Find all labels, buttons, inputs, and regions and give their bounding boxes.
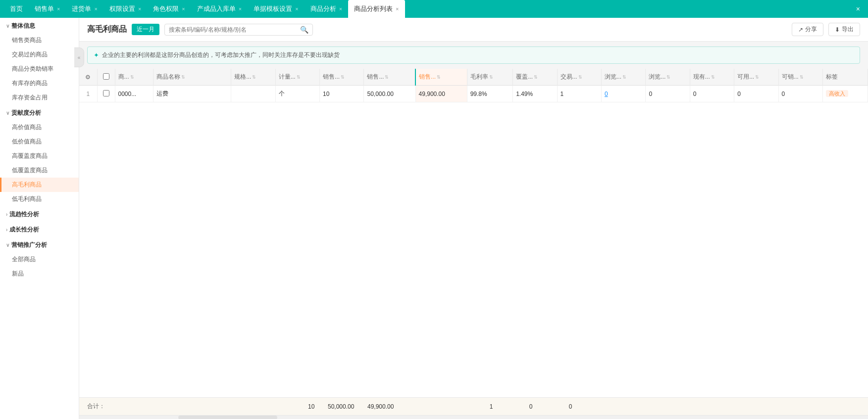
scrollbar-thumb[interactable] bbox=[178, 416, 277, 419]
product-name-cell: 运费 bbox=[153, 86, 231, 102]
col-gross-margin-header[interactable]: 毛利率 ⇅ bbox=[467, 69, 513, 86]
nav-product-analysis-list[interactable]: 商品分析列表 × bbox=[348, 0, 405, 18]
sidebar-item-new-products[interactable]: 新品 bbox=[0, 267, 79, 281]
col-sales-profit-header[interactable]: 销售... ⇅ bbox=[415, 69, 467, 86]
col-current-stock-header[interactable]: 现有... ⇅ bbox=[690, 69, 734, 86]
expand-contribution-icon: ∨ bbox=[6, 110, 9, 116]
col-checkbox-header[interactable] bbox=[97, 69, 115, 86]
nav-template-settings[interactable]: 单据模板设置 × bbox=[248, 0, 304, 18]
search-box[interactable]: 🔍 bbox=[164, 24, 313, 36]
row-checkbox-cell[interactable] bbox=[97, 86, 115, 102]
sidebar-item-low-margin[interactable]: 低毛利商品 bbox=[0, 192, 79, 206]
search-icon[interactable]: 🔍 bbox=[300, 26, 308, 34]
sidebar-item-in-stock-products[interactable]: 有库存的商品 bbox=[0, 76, 79, 91]
nav-sales-order[interactable]: 销售单 × bbox=[29, 0, 66, 18]
tag-cell: 高收入 bbox=[823, 86, 868, 102]
col-unit-header[interactable]: 计量... ⇅ bbox=[275, 69, 319, 86]
sort-unit-icon: ⇅ bbox=[297, 75, 301, 80]
nav-product-analysis[interactable]: 商品分析 × bbox=[305, 0, 348, 18]
col-browse1-header[interactable]: 浏览... ⇅ bbox=[601, 69, 645, 86]
content-area: 高毛利商品 近一月 🔍 ↗ 分享 ⬇ 导出 ✦ 企业的主要的利润都是这部分商品创… bbox=[79, 18, 868, 419]
sidebar-group-marketing[interactable]: ∨ 营销推广分析 bbox=[0, 237, 79, 252]
col-available-header[interactable]: 可用... ⇅ bbox=[734, 69, 778, 86]
nav-purchase-order[interactable]: 进货单 × bbox=[66, 0, 103, 18]
coverage-cell: 1.49% bbox=[513, 86, 557, 102]
close-permissions[interactable]: × bbox=[138, 6, 141, 12]
sort-name-icon: ⇅ bbox=[181, 75, 185, 80]
window-close-icon[interactable]: × bbox=[856, 5, 860, 13]
settings-icon[interactable]: ⚙ bbox=[85, 74, 91, 81]
footer-label: 合计： bbox=[87, 402, 105, 411]
saleable-cell: 0 bbox=[778, 86, 822, 102]
col-settings-header[interactable]: ⚙ bbox=[79, 69, 97, 86]
sidebar-item-traded-products[interactable]: 交易过的商品 bbox=[0, 47, 79, 62]
info-banner: ✦ 企业的主要的利润都是这部分商品创造的，可考虑加大推广，同时关注库存是不要出现… bbox=[87, 47, 860, 64]
export-button[interactable]: ⬇ 导出 bbox=[828, 23, 860, 36]
sidebar-item-high-value[interactable]: 高价值商品 bbox=[0, 120, 79, 135]
sidebar-item-category-rate[interactable]: 商品分类助销率 bbox=[0, 62, 79, 76]
table-row[interactable]: 1 0000... 运费 个 10 50,000.00 49,900.00 99… bbox=[79, 86, 868, 102]
top-navigation: 首页 销售单 × 进货单 × 权限设置 × 角色权限 × 产成品入库单 × 单据… bbox=[0, 0, 868, 18]
select-all-checkbox[interactable] bbox=[103, 73, 109, 80]
expand-overall-icon: ∨ bbox=[6, 23, 9, 29]
sidebar-item-all-products[interactable]: 全部商品 bbox=[0, 252, 79, 267]
col-saleable-header[interactable]: 可销... ⇅ bbox=[778, 69, 822, 86]
col-transactions-header[interactable]: 交易... ⇅ bbox=[557, 69, 601, 86]
table-wrapper[interactable]: ⚙ 商... ⇅ 商品名称 bbox=[79, 69, 868, 397]
sidebar-group-growth[interactable]: › 成长性分析 bbox=[0, 222, 79, 237]
browse1-cell[interactable]: 0 bbox=[601, 86, 645, 102]
share-icon: ↗ bbox=[798, 26, 803, 33]
sidebar-item-high-coverage[interactable]: 高覆盖度商品 bbox=[0, 149, 79, 163]
time-filter-button[interactable]: 近一月 bbox=[132, 24, 159, 35]
sidebar-group-overall[interactable]: ∨ 整体信息 bbox=[0, 18, 79, 33]
col-sales-amount-header[interactable]: 销售... ⇅ bbox=[364, 69, 415, 86]
transactions-cell: 1 bbox=[557, 86, 601, 102]
row-checkbox[interactable] bbox=[103, 90, 109, 96]
nav-permissions[interactable]: 权限设置 × bbox=[103, 0, 147, 18]
sidebar-item-low-value[interactable]: 低价值商品 bbox=[0, 135, 79, 149]
col-sales-qty-header[interactable]: 销售... ⇅ bbox=[320, 69, 364, 86]
sort-browse1-icon: ⇅ bbox=[622, 75, 626, 80]
close-roles[interactable]: × bbox=[182, 6, 185, 12]
tip-icon: ✦ bbox=[94, 51, 99, 59]
footer-transactions: 1 bbox=[397, 403, 496, 410]
close-purchase-order[interactable]: × bbox=[94, 6, 97, 12]
nav-roles[interactable]: 角色权限 × bbox=[147, 0, 191, 18]
sort-available-icon: ⇅ bbox=[755, 75, 759, 80]
sidebar-item-high-margin[interactable]: 高毛利商品 bbox=[0, 178, 79, 192]
product-unit-cell: 个 bbox=[275, 86, 319, 102]
footer-available: 0 bbox=[536, 403, 575, 410]
row-num-cell: 1 bbox=[79, 86, 97, 102]
sidebar-item-sales-products[interactable]: 销售类商品 bbox=[0, 33, 79, 47]
sort-current-stock-icon: ⇅ bbox=[711, 75, 715, 80]
close-product-analysis[interactable]: × bbox=[339, 6, 342, 12]
col-code-header[interactable]: 商... ⇅ bbox=[115, 69, 153, 86]
share-button[interactable]: ↗ 分享 bbox=[792, 23, 823, 36]
sort-saleable-icon: ⇅ bbox=[800, 75, 804, 80]
close-sales-order[interactable]: × bbox=[57, 6, 60, 12]
high-income-tag: 高收入 bbox=[826, 90, 848, 97]
footer-values: 10 50,000.00 49,900.00 1 0 0 bbox=[115, 403, 575, 410]
close-products-inbound[interactable]: × bbox=[239, 6, 242, 12]
close-product-analysis-list[interactable]: × bbox=[396, 6, 399, 12]
col-tag-header[interactable]: 标签 bbox=[823, 69, 868, 86]
footer-sales-qty: 10 bbox=[115, 403, 318, 410]
sidebar-item-low-coverage[interactable]: 低覆盖度商品 bbox=[0, 163, 79, 178]
nav-products-inbound[interactable]: 产成品入库单 × bbox=[191, 0, 248, 18]
col-browse2-header[interactable]: 浏览... ⇅ bbox=[646, 69, 690, 86]
horizontal-scrollbar[interactable] bbox=[79, 415, 868, 419]
sidebar-group-trend[interactable]: › 流趋性分析 bbox=[0, 206, 79, 222]
sales-amount-cell: 50,000.00 bbox=[364, 86, 415, 102]
sidebar-item-stock-capital[interactable]: 库存资金占用 bbox=[0, 91, 79, 105]
nav-home[interactable]: 首页 bbox=[4, 0, 29, 18]
content-header: 高毛利商品 近一月 🔍 ↗ 分享 ⬇ 导出 bbox=[79, 18, 868, 42]
col-name-header[interactable]: 商品名称 ⇅ bbox=[153, 69, 231, 86]
expand-marketing-icon: ∨ bbox=[6, 242, 9, 248]
sort-spec-icon: ⇅ bbox=[252, 75, 256, 80]
sidebar-group-contribution[interactable]: ∨ 贡献度分析 bbox=[0, 105, 79, 120]
sidebar-collapse-button[interactable]: « bbox=[74, 47, 84, 67]
col-spec-header[interactable]: 规格... ⇅ bbox=[231, 69, 275, 86]
col-coverage-header[interactable]: 覆盖... ⇅ bbox=[513, 69, 557, 86]
search-input[interactable] bbox=[169, 26, 300, 33]
close-template-settings[interactable]: × bbox=[295, 6, 298, 12]
